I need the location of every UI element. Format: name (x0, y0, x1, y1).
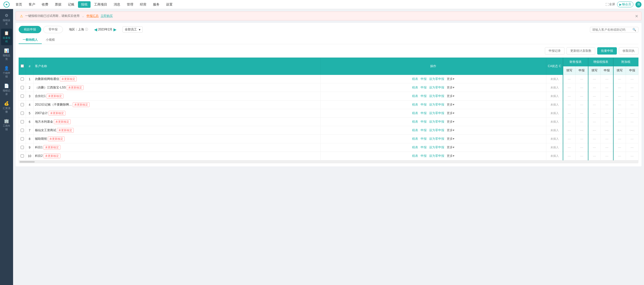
op-zero-report[interactable]: 设为零申报 (429, 111, 444, 115)
op-report[interactable]: 申报 (421, 154, 427, 158)
record-button[interactable]: 申报记录 (545, 47, 565, 55)
batch-report-button[interactable]: 批量申报 (597, 47, 617, 55)
withdraw-button[interactable]: 收取回执 (619, 47, 638, 55)
op-tax-form[interactable]: 税表 (412, 111, 418, 115)
nav-manage[interactable]: 管理 (124, 1, 136, 8)
search-icon[interactable]: 🔍 (632, 28, 636, 31)
sidebar-item-biz-annual[interactable]: 🏢 工商年报 (1, 117, 12, 133)
op-zero-report[interactable]: 设为零申报 (429, 146, 444, 149)
nav-service[interactable]: 服务 (150, 1, 163, 8)
op-report[interactable]: 申报 (421, 137, 427, 140)
row-checkbox-9[interactable] (21, 154, 24, 158)
op-tax-form[interactable]: 税表 (412, 86, 418, 89)
table-row: 7 杨仙女工资商试 未更新核定 税表 申报 设为零申报 更多▾ 未插入 — — … (19, 126, 638, 135)
op-zero-report[interactable]: 设为零申报 (429, 77, 444, 81)
op-report[interactable]: 申报 (421, 120, 427, 123)
sidebar-item-tax-records[interactable]: 📄 报税记录 (1, 81, 12, 98)
op-more[interactable]: 更多▾ (447, 128, 454, 132)
member-button[interactable]: ▶ 畅会员 (617, 2, 633, 7)
op-tax-form[interactable]: 税表 (412, 146, 418, 149)
op-more[interactable]: 更多▾ (447, 86, 454, 89)
tab-general-taxpayer[interactable]: 一般纳税人 (19, 36, 42, 44)
region-label: 地区：上海 (69, 27, 84, 32)
op-report[interactable]: 申报 (421, 111, 427, 115)
op-more[interactable]: 更多▾ (447, 77, 454, 81)
op-more[interactable]: 更多▾ (447, 103, 454, 106)
sidebar-item-batch-tax[interactable]: 📋 批量报税 (1, 29, 12, 45)
notification-link2[interactable]: 立即购买 (101, 14, 113, 18)
row-checkbox-3[interactable] (21, 103, 24, 106)
user-avatar[interactable]: 用 (635, 2, 641, 8)
op-zero-report[interactable]: 设为零申报 (429, 128, 444, 132)
row-checkbox-1[interactable] (21, 86, 24, 89)
notification-close[interactable]: ✕ (635, 14, 638, 18)
row-checkbox-0[interactable] (21, 77, 24, 81)
tab-zero-declaration[interactable]: 零申报 (43, 26, 63, 33)
op-report[interactable]: 申报 (421, 86, 427, 89)
row-financial-fill: — (563, 75, 576, 83)
op-more[interactable]: 更多▾ (447, 146, 454, 149)
row-checkbox-8[interactable] (21, 146, 24, 149)
info-icon[interactable]: ⓘ (85, 27, 88, 32)
nav-biz[interactable]: 工商项目 (91, 1, 110, 8)
op-zero-report[interactable]: 设为零申报 (429, 137, 444, 140)
nav-settings[interactable]: 设置 (163, 1, 176, 8)
op-tax-form[interactable]: 税表 (412, 137, 418, 140)
op-report[interactable]: 申报 (421, 94, 427, 98)
op-more[interactable]: 更多▾ (447, 120, 454, 123)
tab-small-scale[interactable]: 小规模 (42, 36, 59, 44)
row-number: 7 (26, 126, 33, 135)
op-tax-form[interactable]: 税表 (412, 77, 418, 81)
op-tax-form[interactable]: 税表 (412, 103, 418, 106)
op-tax-form[interactable]: 税表 (412, 94, 418, 98)
row-tax-return-report: — (601, 143, 613, 152)
op-zero-report[interactable]: 设为零申报 (429, 120, 444, 123)
op-zero-report[interactable]: 设为零申报 (429, 154, 444, 158)
row-checkbox-2[interactable] (21, 94, 24, 98)
op-more[interactable]: 更多▾ (447, 111, 454, 115)
status-badge: 未更新核定 (60, 77, 77, 81)
op-more[interactable]: 更多▾ (447, 137, 454, 140)
row-checkbox-cell (19, 101, 26, 109)
row-checkbox-4[interactable] (21, 112, 24, 115)
op-tax-form[interactable]: 税表 (412, 154, 418, 158)
op-report[interactable]: 申报 (421, 128, 427, 132)
op-tax-form[interactable]: 税表 (412, 120, 418, 123)
row-financial-report: — (576, 92, 588, 101)
op-report[interactable]: 申报 (421, 103, 427, 106)
fullscreen-button[interactable]: ⛶ 全屏 (606, 2, 615, 7)
op-more[interactable]: 更多▾ (447, 154, 454, 158)
notification-link1[interactable]: 申报汇总 (87, 14, 99, 18)
nav-invoice[interactable]: 票据 (52, 1, 64, 8)
op-zero-report[interactable]: 设为零申报 (429, 94, 444, 98)
op-more[interactable]: 更多▾ (447, 94, 454, 98)
op-tax-form[interactable]: 税表 (412, 128, 418, 132)
nav-charge[interactable]: 收费 (39, 1, 51, 8)
date-prev-button[interactable]: ◀ (94, 27, 97, 32)
row-checkbox-5[interactable] (21, 120, 24, 123)
search-input[interactable] (592, 28, 632, 31)
nav-home[interactable]: 首页 (13, 1, 25, 8)
update-stats-button[interactable]: 更新统计及取数 (567, 47, 595, 55)
date-next-button[interactable]: ▶ (113, 27, 116, 32)
sidebar-item-tax-settings[interactable]: ⚙ 报税设置 (1, 11, 12, 28)
select-all-checkbox[interactable] (21, 64, 24, 68)
scroll-thumb[interactable] (20, 161, 35, 163)
row-checkbox-7[interactable] (21, 137, 24, 140)
sidebar-item-tax-overview[interactable]: 📊 报税总览 (1, 46, 12, 63)
row-financial-report: — (576, 118, 588, 126)
op-report[interactable]: 申报 (421, 146, 427, 149)
nav-operation[interactable]: 经营 (137, 1, 149, 8)
nav-ledger[interactable]: 记账 (65, 1, 77, 8)
sidebar-item-personal-tax[interactable]: 👤 个税申报 (1, 64, 12, 80)
nav-message[interactable]: 消息 (111, 1, 123, 8)
op-zero-report[interactable]: 设为零申报 (429, 103, 444, 106)
nav-tax[interactable]: 报税 (78, 1, 91, 8)
staff-select[interactable]: 全部员工 ▾ (123, 26, 143, 33)
nav-client[interactable]: 客户 (26, 1, 38, 8)
op-zero-report[interactable]: 设为零申报 (429, 86, 444, 89)
row-checkbox-6[interactable] (21, 129, 24, 132)
op-report[interactable]: 申报 (421, 77, 427, 81)
tab-tax-declaration[interactable]: 税款申报 (19, 26, 41, 33)
sidebar-item-calc-clear[interactable]: 💰 汇算清缴 (1, 99, 12, 116)
